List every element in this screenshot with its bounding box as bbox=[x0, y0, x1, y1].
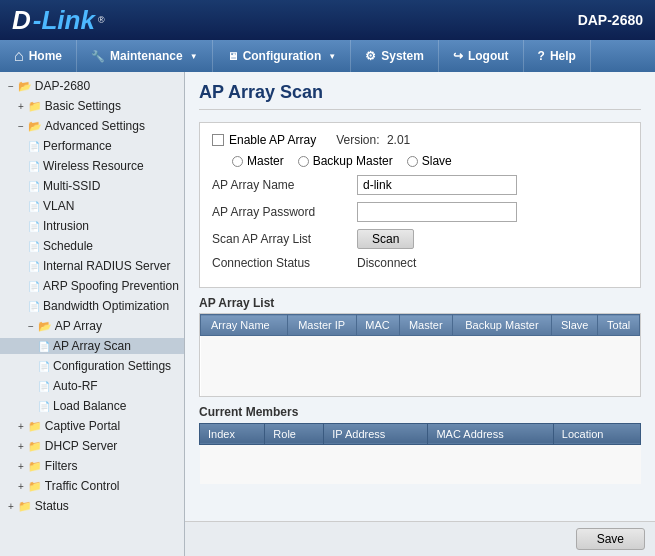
table-row-empty bbox=[201, 336, 640, 396]
radio-circle-master[interactable] bbox=[232, 156, 243, 167]
members-table-body bbox=[200, 444, 641, 484]
th-master-ip: Master IP bbox=[287, 315, 356, 336]
sidebar-item-filters[interactable]: + 📁 Filters bbox=[0, 456, 184, 476]
nav-maintenance-arrow: ▼ bbox=[190, 52, 198, 61]
sidebar-item-auto-rf[interactable]: 📄 Auto-RF bbox=[0, 376, 184, 396]
ap-array-password-label: AP Array Password bbox=[212, 205, 357, 219]
main-layout: − 📂 DAP-2680 + 📁 Basic Settings − 📂 Adva… bbox=[0, 72, 655, 556]
radio-master[interactable]: Master bbox=[232, 154, 284, 168]
form-section: Enable AP Array Version: 2.01 Master bbox=[199, 122, 641, 288]
sidebar-item-radius[interactable]: 📄 Internal RADIUS Server bbox=[0, 256, 184, 276]
sidebar-item-basic-label: Basic Settings bbox=[45, 99, 121, 113]
backup-master-label: Backup Master bbox=[313, 154, 393, 168]
folder-icon-st: 📁 bbox=[18, 500, 32, 513]
sidebar-item-ap-array[interactable]: − 📂 AP Array bbox=[0, 316, 184, 336]
sidebar-item-ap-array-scan[interactable]: 📄 AP Array Scan bbox=[0, 336, 184, 356]
sidebar-item-performance[interactable]: 📄 Performance bbox=[0, 136, 184, 156]
sidebar-item-radius-label: Internal RADIUS Server bbox=[43, 259, 170, 273]
nav-maintenance[interactable]: 🔧 Maintenance ▼ bbox=[77, 40, 213, 72]
sidebar-item-load-balance[interactable]: 📄 Load Balance bbox=[0, 396, 184, 416]
connection-status-value: Disconnect bbox=[357, 256, 416, 270]
nav-help-label: Help bbox=[550, 49, 576, 63]
sidebar-item-wireless-resource[interactable]: 📄 Wireless Resource bbox=[0, 156, 184, 176]
content-area: AP Array Scan Enable AP Array Version: 2… bbox=[185, 72, 655, 521]
ap-array-name-label: AP Array Name bbox=[212, 178, 357, 192]
sidebar-item-status[interactable]: + 📁 Status bbox=[0, 496, 184, 516]
sidebar-item-schedule[interactable]: 📄 Schedule bbox=[0, 236, 184, 256]
checkbox-box[interactable] bbox=[212, 134, 224, 146]
scan-button[interactable]: Scan bbox=[357, 229, 414, 249]
radio-backup-master[interactable]: Backup Master bbox=[298, 154, 393, 168]
sidebar-item-configsettings-label: Configuration Settings bbox=[53, 359, 171, 373]
ap-array-list-section: AP Array List Array Name Master IP MAC M… bbox=[199, 296, 641, 397]
connection-status-label: Connection Status bbox=[212, 256, 357, 270]
members-row-empty bbox=[200, 444, 641, 484]
sidebar-item-intrusion[interactable]: 📄 Intrusion bbox=[0, 216, 184, 236]
sidebar-item-arp[interactable]: 📄 ARP Spoofing Prevention bbox=[0, 276, 184, 296]
page-icon-rad: 📄 bbox=[28, 261, 40, 272]
sidebar-item-dhcp[interactable]: + 📁 DHCP Server bbox=[0, 436, 184, 456]
th-slave: Slave bbox=[551, 315, 597, 336]
nav-home[interactable]: ⌂ Home bbox=[0, 40, 77, 72]
sidebar-item-basic-settings[interactable]: + 📁 Basic Settings bbox=[0, 96, 184, 116]
page-icon-ms: 📄 bbox=[28, 181, 40, 192]
sidebar-item-arp-label: ARP Spoofing Prevention bbox=[43, 279, 179, 293]
th-ip-address: IP Address bbox=[324, 423, 428, 444]
sidebar-item-dhcp-label: DHCP Server bbox=[45, 439, 117, 453]
ap-array-table-container: Array Name Master IP MAC Master Backup M… bbox=[199, 313, 641, 397]
th-total: Total bbox=[598, 315, 640, 336]
logo: D -Link ® bbox=[12, 5, 105, 36]
logo-link: -Link bbox=[33, 5, 95, 36]
page-icon-arf: 📄 bbox=[38, 381, 50, 392]
sidebar-item-wireless-label: Wireless Resource bbox=[43, 159, 144, 173]
sidebar-item-bandwidth-label: Bandwidth Optimization bbox=[43, 299, 169, 313]
sidebar-item-config-settings[interactable]: 📄 Configuration Settings bbox=[0, 356, 184, 376]
th-master: Master bbox=[399, 315, 452, 336]
th-mac: MAC bbox=[356, 315, 399, 336]
page-icon-arp: 📄 bbox=[28, 281, 40, 292]
nav-configuration[interactable]: 🖥 Configuration ▼ bbox=[213, 40, 352, 72]
folder-icon-ap: 📂 bbox=[38, 320, 52, 333]
nav-home-label: Home bbox=[29, 49, 62, 63]
ap-array-password-input[interactable] bbox=[357, 202, 517, 222]
enable-ap-array-row: Enable AP Array Version: 2.01 bbox=[212, 133, 628, 147]
th-mac-address: MAC Address bbox=[428, 423, 553, 444]
sidebar-item-advanced-label: Advanced Settings bbox=[45, 119, 145, 133]
version-label: Version: 2.01 bbox=[336, 133, 410, 147]
nav-logout-label: Logout bbox=[468, 49, 509, 63]
slave-label: Slave bbox=[422, 154, 452, 168]
th-index: Index bbox=[200, 423, 265, 444]
sidebar-item-dap2680[interactable]: − 📂 DAP-2680 bbox=[0, 76, 184, 96]
sidebar-item-traffic-control[interactable]: + 📁 Traffic Control bbox=[0, 476, 184, 496]
folder-icon-cp: 📁 bbox=[28, 420, 42, 433]
nav-help[interactable]: ? Help bbox=[524, 40, 591, 72]
ap-array-name-input[interactable] bbox=[357, 175, 517, 195]
th-location: Location bbox=[553, 423, 640, 444]
nav-logout[interactable]: ↪ Logout bbox=[439, 40, 524, 72]
save-button[interactable]: Save bbox=[576, 528, 645, 550]
page-icon-sched: 📄 bbox=[28, 241, 40, 252]
enable-ap-array-checkbox[interactable]: Enable AP Array bbox=[212, 133, 316, 147]
folder-icon-dhcp: 📁 bbox=[28, 440, 42, 453]
sidebar-item-vlan[interactable]: 📄 VLAN bbox=[0, 196, 184, 216]
radio-circle-slave[interactable] bbox=[407, 156, 418, 167]
radio-circle-backup[interactable] bbox=[298, 156, 309, 167]
sidebar-item-multi-ssid[interactable]: 📄 Multi-SSID bbox=[0, 176, 184, 196]
radio-slave[interactable]: Slave bbox=[407, 154, 452, 168]
folder-icon-fil: 📁 bbox=[28, 460, 42, 473]
sidebar-item-bandwidth[interactable]: 📄 Bandwidth Optimization bbox=[0, 296, 184, 316]
sidebar-item-filters-label: Filters bbox=[45, 459, 78, 473]
sidebar-item-status-label: Status bbox=[35, 499, 69, 513]
page-title: AP Array Scan bbox=[199, 82, 641, 110]
model-label: DAP-2680 bbox=[578, 12, 643, 28]
nav-configuration-arrow: ▼ bbox=[328, 52, 336, 61]
th-role: Role bbox=[265, 423, 324, 444]
sidebar-item-scan-label: AP Array Scan bbox=[53, 339, 131, 353]
sidebar-item-captive-portal[interactable]: + 📁 Captive Portal bbox=[0, 416, 184, 436]
sidebar-item-multissid-label: Multi-SSID bbox=[43, 179, 100, 193]
sidebar-item-autorf-label: Auto-RF bbox=[53, 379, 98, 393]
nav-system[interactable]: ⚙ System bbox=[351, 40, 439, 72]
ap-array-name-row: AP Array Name bbox=[212, 175, 628, 195]
sidebar-item-advanced-settings[interactable]: − 📂 Advanced Settings bbox=[0, 116, 184, 136]
folder-icon-advanced: 📂 bbox=[28, 120, 42, 133]
